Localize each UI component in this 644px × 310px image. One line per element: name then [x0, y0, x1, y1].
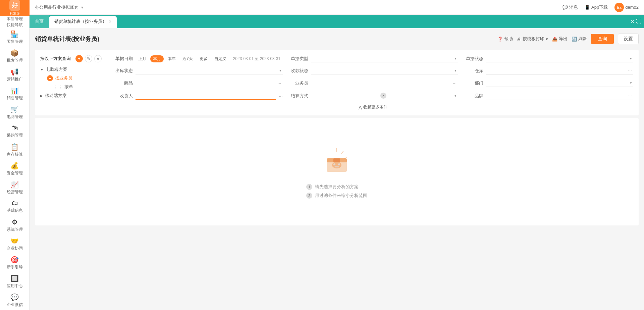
filter-panel-actions: + ✎ « [75, 55, 102, 62]
dept-label: 部门 [463, 80, 483, 86]
receiver-input[interactable] [136, 92, 276, 100]
settlement-label: 结算方式 [288, 93, 308, 99]
order-type-arrow: ▾ [454, 56, 457, 61]
receiver-field: 收货人 ··· [113, 92, 283, 100]
sidebar-item-corp[interactable]: 🤝企业协同 [0, 235, 30, 253]
out-status-field: 出库状态 ▾ [113, 67, 283, 74]
search-menu-item[interactable]: 零售管理 [0, 16, 30, 22]
filter-row-2: 出库状态 ▾ 收款状态 ▾ [113, 66, 633, 75]
mobile-scheme-label: 移动端方案 [45, 93, 67, 99]
setting-button[interactable]: 设置 [618, 34, 639, 44]
salesman-field: 业务员 ··· [288, 79, 458, 87]
svg-point-8 [338, 163, 340, 165]
brand-more-dots[interactable]: ··· [628, 93, 632, 98]
collapse-button[interactable]: ⋀ 收起更多条件 [359, 104, 387, 110]
scheme-by-salesman[interactable]: ● 按业务员 [47, 74, 102, 83]
date-last-month-btn[interactable]: 上月 [136, 55, 149, 62]
sidebar-item-app-center[interactable]: 🔲应用中心 [0, 272, 30, 291]
salesman-more-dots[interactable]: ··· [453, 80, 457, 86]
brand-select[interactable]: ··· [486, 92, 633, 100]
date-more-btn[interactable]: 更多 [197, 55, 210, 62]
content-area: 销货单统计表(按业务员) ❓ 帮助 🖨 按模板打印 ▾ 📤 导出 [30, 28, 644, 310]
warehouse-field: 仓库 ··· [463, 66, 633, 75]
sidebar-item-wholesale[interactable]: 📦批发管理 [0, 47, 30, 65]
sidebar-item-ecommerce[interactable]: 🛒电商管理 [0, 103, 30, 122]
sidebar-label-purchase: 采购管理 [7, 133, 23, 138]
tab-close-icon[interactable]: × [109, 19, 111, 24]
date-this-year-btn[interactable]: 本年 [165, 55, 178, 62]
goods-more-dots[interactable]: ··· [277, 80, 281, 86]
scheme-sub-icon: ⋮⋮ [54, 85, 62, 90]
sidebar-item-newbie[interactable]: 🎯新手引导 [0, 253, 30, 272]
svg-rect-9 [334, 166, 339, 167]
sidebar-item-wechat[interactable]: 💬企业微信 [0, 291, 30, 310]
sidebar-label-app-center: 应用中心 [7, 283, 23, 289]
filter-row-4: 收货人 ··· 结算方式 × ▾ [113, 91, 633, 100]
app-download-btn[interactable]: 📱 App下载 [585, 4, 608, 10]
warehouse-select[interactable]: ··· [486, 66, 633, 75]
message-btn[interactable]: 💬 消息 [562, 4, 578, 10]
scheme-by-order[interactable]: ⋮⋮ 按单 [54, 83, 102, 91]
sidebar-icon-zero-sales: 🏪 [10, 30, 19, 38]
sidebar-item-purchase[interactable]: 🛍采购管理 [0, 122, 30, 141]
salesman-select[interactable]: ··· [311, 79, 458, 87]
refresh-label: 刷新 [578, 36, 587, 42]
sidebar-icon-newbie: 🎯 [10, 256, 19, 264]
collapse-label: 收起更多条件 [363, 104, 387, 110]
settlement-clear-btn[interactable]: × [380, 93, 386, 99]
topbar-dropdown-arrow[interactable]: ▾ [81, 5, 83, 10]
help-icon: ❓ [497, 37, 503, 42]
tip-text-2: 用过滤条件来缩小分析范围 [315, 193, 367, 199]
date-this-month-btn[interactable]: 本月 [150, 55, 164, 62]
date-custom-btn[interactable]: 自定义 [212, 55, 229, 62]
goods-select[interactable]: ··· [136, 79, 283, 87]
help-btn[interactable]: ❓ 帮助 [497, 36, 513, 42]
settlement-select[interactable]: × ▾ [311, 91, 458, 100]
warehouse-more-dots[interactable]: ··· [628, 68, 632, 73]
export-btn[interactable]: 📤 导出 [552, 36, 568, 42]
collapse-scheme-btn[interactable]: « [94, 55, 102, 62]
receiver-more-dots[interactable]: ··· [279, 93, 283, 99]
print-label: 按模板打印 [523, 36, 544, 42]
date-7days-btn[interactable]: 近7天 [180, 55, 196, 62]
sidebar-item-inventory[interactable]: 📋库存核算 [0, 141, 30, 159]
sidebar-item-basic[interactable]: 🗂基础信息 [0, 197, 30, 216]
desktop-scheme-group[interactable]: ▼ 电脑端方案 [40, 65, 102, 74]
tab-close-window-btn[interactable]: ✕ [630, 18, 635, 25]
sidebar-item-marketing[interactable]: 📢营销推广 [0, 65, 30, 84]
sidebar-item-sales-mgmt[interactable]: 📊销售管理 [0, 84, 30, 103]
sidebar-item-ops[interactable]: 📈经营管理 [0, 178, 30, 197]
sidebar-item-zero-sales[interactable]: 🏪零售管理 [0, 28, 30, 47]
tab-sales-stat[interactable]: 销货单统计表（按业务员） × [49, 16, 117, 28]
add-scheme-btn[interactable]: + [75, 55, 83, 62]
filter-panel-title: 按以下方案查询 + ✎ « [40, 55, 102, 62]
out-status-select[interactable]: ▾ [136, 67, 283, 74]
sidebar-item-finance[interactable]: 💰资金管理 [0, 159, 30, 178]
mobile-scheme-group[interactable]: ▶ 移动端方案 [40, 91, 102, 100]
goods-field: 商品 ··· [113, 79, 283, 87]
refresh-icon: 🔄 [572, 37, 577, 42]
filter-left-panel: 按以下方案查询 + ✎ « ▼ 电脑端方案 [40, 55, 107, 110]
refresh-btn[interactable]: 🔄 刷新 [572, 36, 587, 42]
user-profile[interactable]: Ea demo2 [614, 3, 639, 12]
empty-tips: 1 请先选择要分析的方案 2 用过滤条件来缩小分析范围 [306, 184, 367, 199]
tab-home[interactable]: 首页 [30, 15, 49, 28]
out-status-arrow: ▾ [279, 68, 281, 73]
order-type-select[interactable]: ▾ [311, 55, 458, 62]
sidebar-icon-ops: 📈 [10, 180, 19, 189]
desktop-scheme-label: 电脑端方案 [46, 66, 67, 72]
order-status-label: 单据状态 [463, 56, 483, 62]
filter-row-3: 商品 ··· 业务员 ··· [113, 79, 633, 87]
edit-scheme-btn[interactable]: ✎ [85, 55, 92, 62]
query-button[interactable]: 查询 [591, 34, 614, 44]
tab-maximize-btn[interactable]: ⛶ [636, 18, 641, 24]
dept-select[interactable]: ▾ [486, 80, 633, 87]
sidebar-icon-ecommerce: 🛒 [10, 105, 19, 113]
print-btn[interactable]: 🖨 按模板打印 ▾ [517, 36, 548, 42]
app-icon: 📱 [585, 5, 590, 10]
sidebar-item-system[interactable]: ⚙系统管理 [0, 216, 30, 235]
quick-nav-item[interactable]: 快捷导航 [0, 22, 30, 28]
pay-status-select[interactable]: ▾ [311, 67, 458, 74]
sidebar-logo[interactable]: 好 标准版 [0, 0, 30, 16]
order-status-select[interactable]: ▾ [486, 55, 633, 62]
